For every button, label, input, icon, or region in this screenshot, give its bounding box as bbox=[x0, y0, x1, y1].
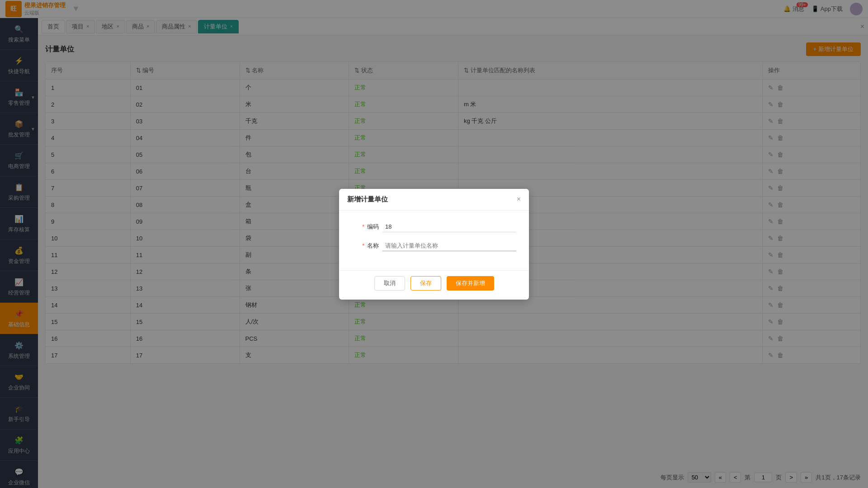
code-label: * 编码 bbox=[352, 223, 379, 231]
required-mark: * bbox=[362, 242, 364, 249]
add-unit-modal: 新增计量单位 × * 编码 * 名称 取消 保存 保存并新增 bbox=[339, 189, 529, 300]
code-input[interactable] bbox=[382, 221, 516, 232]
modal-overlay[interactable]: 新增计量单位 × * 编码 * 名称 取消 保存 保存并新增 bbox=[0, 0, 868, 488]
modal-body: * 编码 * 名称 bbox=[339, 211, 529, 270]
name-input[interactable] bbox=[382, 240, 516, 251]
modal-header: 新增计量单位 × bbox=[339, 189, 529, 211]
modal-title: 新增计量单位 bbox=[347, 195, 388, 204]
save-button[interactable]: 保存 bbox=[410, 276, 441, 291]
cancel-button[interactable]: 取消 bbox=[374, 276, 405, 291]
save-and-new-button[interactable]: 保存并新增 bbox=[447, 276, 494, 291]
required-mark: * bbox=[362, 223, 364, 230]
name-label: * 名称 bbox=[352, 242, 379, 250]
modal-close-button[interactable]: × bbox=[517, 196, 521, 203]
form-row-name: * 名称 bbox=[352, 240, 516, 251]
modal-footer: 取消 保存 保存并新增 bbox=[339, 270, 529, 300]
form-row-code: * 编码 bbox=[352, 221, 516, 232]
